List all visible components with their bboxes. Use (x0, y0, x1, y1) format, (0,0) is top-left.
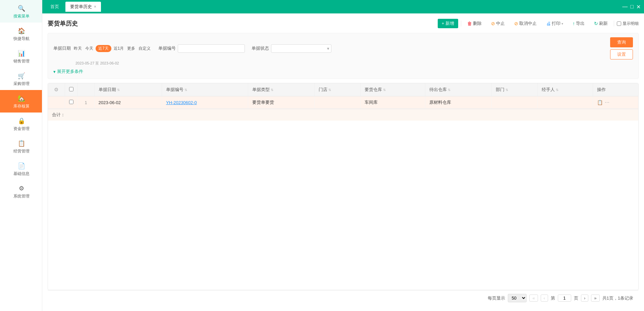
row-checkbox[interactable] (69, 100, 73, 104)
page-header: 要货单历史 + 新增 🗑 删除 ⊘ 中止 ⊘ 取消中止 🖨 打 (48, 19, 639, 28)
expand-filter-button[interactable]: ▾ 展开更多条件 (53, 69, 633, 75)
sidebar-item-purchase[interactable]: 🛒采购管理 (0, 68, 42, 90)
date-shortcuts: 昨天今天近7天近1月更多自定义 (73, 45, 152, 52)
sidebar-item-inventory[interactable]: 🏡库存核算 (0, 90, 42, 113)
td-action: 📋 ⋯ (593, 96, 638, 109)
sidebar-item-label: 库存核算 (13, 103, 30, 109)
sidebar-item-label: 经营管理 (13, 148, 30, 154)
export-button[interactable]: ↑ 导出 (569, 19, 588, 28)
sidebar-item-quick-nav[interactable]: 🏠快捷导航 (0, 23, 42, 45)
footer-total-label: 合计： (52, 112, 65, 118)
td-settings (48, 96, 65, 109)
cancel-stop-button[interactable]: ⊘ 取消中止 (511, 19, 540, 28)
page-container: 要货单历史 + 新增 🗑 删除 ⊘ 中止 ⊘ 取消中止 🖨 打 (42, 13, 644, 311)
bill-no-input[interactable] (178, 44, 245, 53)
table-settings-icon[interactable]: ⚙ (54, 87, 58, 92)
sidebar-item-label: 采购管理 (13, 81, 30, 87)
date-shortcut[interactable]: 更多 (126, 45, 136, 52)
th-dept: 部门 ⇅ (492, 83, 537, 96)
sidebar-item-basic-info[interactable]: 📄基础信息 (0, 158, 42, 180)
bill-no-label: 单据编号 (158, 45, 176, 51)
sidebar-item-search-menu[interactable]: 🔍搜索菜单 (0, 0, 42, 23)
filter-row-2: 2023-05-27 至 2023-06-02 (53, 61, 633, 66)
sidebar-item-label: 快捷导航 (13, 36, 30, 42)
date-range-text: 2023-05-27 至 2023-06-02 (75, 61, 119, 66)
stop-icon: ⊘ (491, 21, 495, 26)
select-all-checkbox[interactable] (69, 87, 73, 91)
date-shortcut[interactable]: 近1月 (113, 45, 125, 52)
pagination-bar: 每页显示 102050100 « ‹ 第 页 › » 共1页，1条记录 (48, 290, 639, 306)
table-row[interactable]: 1 2023-06-02 YH-20230602-0 要货单要货 车间库 原材料… (48, 96, 638, 109)
first-page-button[interactable]: « (529, 295, 538, 302)
show-detail-label: 显示明细 (623, 21, 639, 27)
bill-no-link[interactable]: YH-20230602-0 (166, 100, 197, 105)
th-checkbox (65, 83, 77, 96)
sidebar-item-finance[interactable]: 🔒资金管理 (0, 113, 42, 135)
filter-settings-button[interactable]: 设置 (610, 49, 633, 59)
minimize-button[interactable]: — (622, 4, 628, 10)
print-arrow-icon: ▾ (561, 22, 563, 26)
total-info: 共1页，1条记录 (602, 295, 633, 301)
tab-bar-right: — □ ✕ (622, 4, 641, 10)
td-bill-no: YH-20230602-0 (162, 96, 248, 109)
date-shortcut[interactable]: 今天 (84, 45, 94, 52)
refresh-button[interactable]: ↻ 刷新 (591, 19, 611, 28)
date-filter-label: 单据日期 (53, 45, 71, 51)
divider2 (614, 20, 614, 27)
td-pending-warehouse: 原材料仓库 (425, 96, 492, 109)
table-body: 1 2023-06-02 YH-20230602-0 要货单要货 车间库 原材料… (48, 96, 638, 109)
th-bill-no: 单据编号 ⇅ (162, 83, 248, 96)
next-page-button[interactable]: › (581, 295, 588, 302)
show-detail-checkbox[interactable] (617, 21, 621, 26)
tab-close-button[interactable]: × (94, 4, 96, 9)
purchase-icon: 🛒 (18, 72, 25, 80)
date-shortcut[interactable]: 昨天 (73, 45, 83, 52)
sort-date-icon: ⇅ (117, 88, 120, 92)
show-detail-checkbox-label[interactable]: 显示明细 (617, 21, 639, 27)
prev-page-button[interactable]: ‹ (541, 295, 548, 302)
row-more-icon[interactable]: ⋯ (605, 100, 609, 105)
sidebar-item-sales[interactable]: 📊销售管理 (0, 45, 42, 68)
finance-icon: 🔒 (18, 117, 25, 125)
th-handler: 经手人 ⇅ (537, 83, 593, 96)
filter-row: 单据日期 昨天今天近7天近1月更多自定义 单据编号 单据状态 查 (53, 37, 633, 59)
th-num (77, 83, 94, 96)
last-page-button[interactable]: » (591, 295, 599, 302)
query-button[interactable]: 查询 (610, 37, 633, 47)
stop-button[interactable]: ⊘ 中止 (488, 19, 508, 28)
sidebar-item-system[interactable]: ⚙系统管理 (0, 180, 42, 203)
td-handler (537, 96, 593, 109)
delete-button[interactable]: 🗑 删除 (464, 19, 485, 28)
per-page-select[interactable]: 102050100 (508, 294, 527, 302)
status-label: 单据状态 (252, 45, 269, 51)
th-pending-warehouse: 待出仓库 ⇅ (425, 83, 492, 96)
cancel-icon: ⊘ (514, 21, 518, 26)
page-number-input[interactable] (558, 295, 571, 302)
sort-billno-icon: ⇅ (184, 88, 187, 92)
print-button[interactable]: 🖨 打印 ▾ (543, 19, 567, 28)
divider1 (461, 20, 461, 27)
tab-home[interactable]: 首页 (46, 2, 64, 12)
status-select[interactable] (271, 44, 331, 53)
quick-nav-icon: 🏠 (18, 27, 25, 35)
sidebar: 🔍搜索菜单🏠快捷导航📊销售管理🛒采购管理🏡库存核算🔒资金管理📋经营管理📄基础信息… (0, 0, 42, 311)
date-shortcut[interactable]: 近7天 (96, 45, 111, 52)
maximize-button[interactable]: □ (630, 4, 634, 10)
delete-icon: 🗑 (467, 21, 472, 26)
th-action: 操作 (593, 83, 638, 96)
sidebar-item-operations[interactable]: 📋经营管理 (0, 135, 42, 158)
search-menu-icon: 🔍 (18, 5, 25, 12)
bill-no-filter-group: 单据编号 (158, 44, 245, 53)
status-filter-group: 单据状态 (252, 44, 331, 53)
tab-current[interactable]: 要货单历史 × (65, 2, 101, 12)
close-button[interactable]: ✕ (636, 4, 641, 10)
th-bill-type: 单据类型 ⇅ (248, 83, 315, 96)
row-edit-icon[interactable]: 📋 (597, 100, 603, 105)
expand-icon: ▾ (53, 69, 56, 74)
th-req-warehouse: 要货仓库 ⇅ (360, 83, 425, 96)
date-shortcut[interactable]: 自定义 (138, 45, 152, 52)
operations-icon: 📋 (18, 140, 25, 147)
new-button[interactable]: + 新增 (438, 19, 458, 28)
page-of-label: 页 (574, 295, 578, 301)
td-store (315, 96, 360, 109)
